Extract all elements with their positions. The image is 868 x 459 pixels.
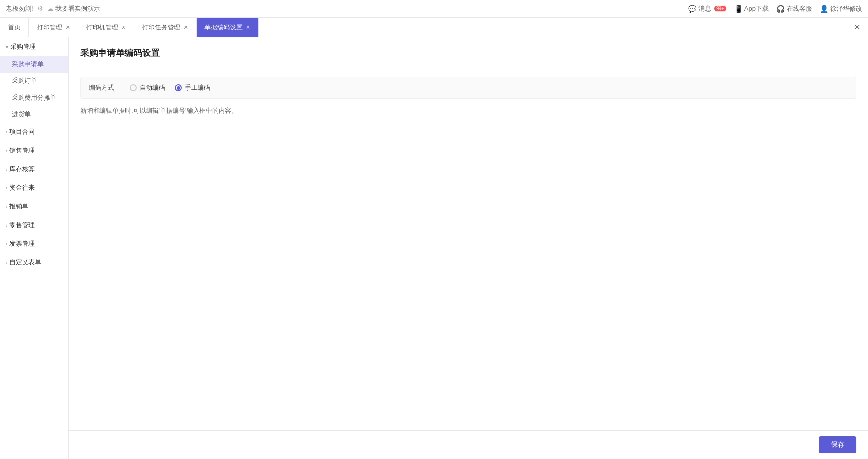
- content-body: 编码方式 自动编码 手工编码 新增和编辑单据时,可以编辑'单据编号'输入框中的内…: [69, 67, 868, 430]
- chat-icon: [688, 5, 696, 13]
- tab-home[interactable]: 首页: [0, 18, 29, 37]
- message-badge: 99+: [714, 6, 726, 11]
- sidebar-item-purchase-expense[interactable]: 采购费用分摊单: [0, 89, 68, 106]
- chevron-right-icon-3: ›: [6, 167, 7, 172]
- sidebar-group-invoice[interactable]: › 发票管理: [0, 234, 68, 253]
- sidebar-item-incoming[interactable]: 进货单: [0, 106, 68, 123]
- brand-text: 老板勿割!: [6, 4, 33, 13]
- sidebar-item-purchase-order[interactable]: 采购订单: [0, 73, 68, 89]
- chevron-right-icon-4: ›: [6, 185, 7, 191]
- encoding-row: 编码方式 自动编码 手工编码: [80, 77, 856, 99]
- tab-print-task[interactable]: 打印任务管理 ✕: [134, 18, 197, 37]
- chevron-right-icon-7: ›: [6, 241, 7, 247]
- tab-close-print-mgmt[interactable]: ✕: [65, 24, 70, 31]
- tab-bar: 首页 打印管理 ✕ 打印机管理 ✕ 打印任务管理 ✕ 单据编码设置 ✕ ✕: [0, 18, 868, 37]
- chevron-right-icon-5: ›: [6, 204, 7, 209]
- content-area: 采购申请单编码设置 编码方式 自动编码 手工编码 新增和编辑单据时,: [69, 37, 868, 459]
- sidebar-group-purchase[interactable]: ▾ 采购管理: [0, 37, 68, 56]
- sidebar: ▾ 采购管理 采购申请单 采购订单 采购费用分摊单 进货单 › 项目合同 › 销…: [0, 37, 69, 459]
- chevron-right-icon-6: ›: [6, 223, 7, 228]
- auto-radio-circle: [130, 84, 137, 91]
- chevron-right-icon-8: ›: [6, 260, 7, 265]
- tab-print-mgmt[interactable]: 打印管理 ✕: [29, 18, 78, 37]
- demo-link[interactable]: ☁ 我要看实例演示: [47, 4, 100, 13]
- auto-encoding-option[interactable]: 自动编码: [130, 83, 165, 92]
- encoding-radio-group: 自动编码 手工编码: [130, 83, 210, 92]
- sidebar-group-retail[interactable]: › 零售管理: [0, 216, 68, 234]
- chevron-right-icon: ›: [6, 129, 7, 135]
- top-bar-right: 消息 99+ App下载 在线客服 徐泽华修改: [688, 4, 862, 13]
- message-button[interactable]: 消息 99+: [688, 4, 726, 13]
- user-profile[interactable]: 徐泽华修改: [820, 4, 862, 13]
- sidebar-group-project-contract[interactable]: › 项目合同: [0, 123, 68, 141]
- chevron-right-icon-2: ›: [6, 148, 7, 153]
- service-icon: [776, 5, 785, 13]
- tab-close-printer-mgmt[interactable]: ✕: [121, 24, 126, 31]
- sidebar-item-purchase-request[interactable]: 采购申请单: [0, 56, 68, 73]
- settings-icon[interactable]: ⚙: [37, 5, 43, 12]
- manual-encoding-label: 手工编码: [185, 83, 210, 92]
- sidebar-group-capital[interactable]: › 资金往来: [0, 178, 68, 197]
- content-footer: 保存: [69, 430, 868, 459]
- tab-single-barcode[interactable]: 单据编码设置 ✕: [197, 18, 259, 37]
- tab-bar-close-all[interactable]: ✕: [846, 23, 868, 32]
- sidebar-group-returns[interactable]: › 报销单: [0, 197, 68, 216]
- main-layout: ▾ 采购管理 采购申请单 采购订单 采购费用分摊单 进货单 › 项目合同 › 销…: [0, 37, 868, 459]
- top-bar: 老板勿割! ⚙ ☁ 我要看实例演示 消息 99+ App下载 在线客服 徐泽华修…: [0, 0, 868, 18]
- save-button[interactable]: 保存: [819, 436, 856, 453]
- tab-printer-mgmt[interactable]: 打印机管理 ✕: [78, 18, 134, 37]
- content-header: 采购申请单编码设置: [69, 37, 868, 67]
- top-bar-left: 老板勿割! ⚙ ☁ 我要看实例演示: [6, 4, 100, 13]
- tab-close-single-barcode[interactable]: ✕: [246, 24, 250, 31]
- user-avatar-icon: [820, 5, 828, 13]
- tab-close-print-task[interactable]: ✕: [183, 24, 188, 31]
- manual-radio-circle: [175, 84, 182, 91]
- chevron-down-icon: ▾: [6, 44, 8, 50]
- app-download-button[interactable]: App下载: [734, 4, 769, 13]
- sidebar-group-sales[interactable]: › 销售管理: [0, 141, 68, 160]
- sidebar-group-custom-forms[interactable]: › 自定义表单: [0, 253, 68, 272]
- hint-text: 新增和编辑单据时,可以编辑'单据编号'输入框中的内容。: [80, 106, 856, 115]
- manual-encoding-option[interactable]: 手工编码: [175, 83, 210, 92]
- sidebar-group-inventory[interactable]: › 库存核算: [0, 160, 68, 178]
- encoding-method-label: 编码方式: [89, 83, 118, 92]
- page-title: 采购申请单编码设置: [80, 47, 856, 59]
- app-icon: [734, 5, 743, 13]
- online-service-button[interactable]: 在线客服: [776, 4, 812, 13]
- auto-encoding-label: 自动编码: [140, 83, 165, 92]
